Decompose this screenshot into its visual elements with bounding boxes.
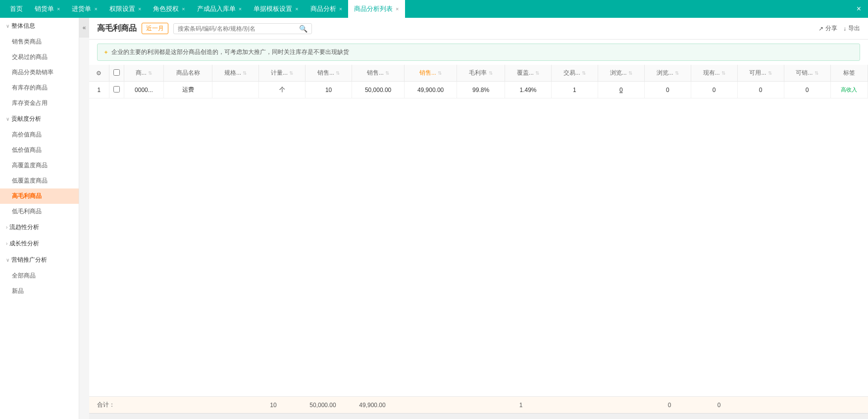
close-tab-sales[interactable]: × — [57, 6, 60, 12]
sidebar-group-contribution[interactable]: ∨ 贡献度分析 — [0, 111, 79, 127]
export-button[interactable]: ↓ 导出 — [843, 24, 860, 33]
close-tab-purchase[interactable]: × — [94, 6, 97, 12]
cell-browse1[interactable]: 0 — [598, 82, 644, 98]
page-title: 高毛利商品 — [97, 23, 137, 34]
sidebar: ∨ 整体信息 销售类商品 交易过的商品 商品分类助销率 有库存的商品 库存资金占… — [0, 18, 79, 419]
col-sellable[interactable]: 可销... ⇅ — [784, 65, 830, 82]
close-tab-template[interactable]: × — [295, 6, 298, 12]
sort-icon-current: ⇅ — [721, 70, 725, 76]
sort-icon-sales1: ⇅ — [336, 70, 340, 76]
share-button[interactable]: ↗ 分享 — [818, 24, 837, 33]
footer-label: 合计： — [97, 401, 115, 409]
sidebar-item-stock-capital[interactable]: 库存资金占用 — [0, 95, 79, 111]
sidebar-item-high-coverage[interactable]: 高覆盖度商品 — [0, 158, 79, 173]
tab-permission[interactable]: 权限设置 × — [103, 0, 147, 18]
close-tab-analysis[interactable]: × — [339, 6, 342, 12]
tab-sales[interactable]: 销货单 × — [29, 0, 66, 18]
cell-sales3: 49,900.00 — [405, 82, 457, 98]
filter-recent-month-button[interactable]: 近一月 — [142, 23, 168, 34]
chevron-down-icon: ∨ — [6, 23, 9, 29]
tab-analysis[interactable]: 商品分析 × — [305, 0, 348, 18]
col-checkbox — [109, 65, 124, 82]
settings-icon[interactable]: ⚙ — [96, 70, 102, 77]
sort-icon-browse2: ⇅ — [675, 70, 679, 76]
cell-margin: 99.8% — [457, 82, 505, 98]
sort-icon-sellable: ⇅ — [815, 70, 818, 76]
col-spec[interactable]: 规格... ⇅ — [212, 65, 259, 82]
sidebar-item-all-goods[interactable]: 全部商品 — [0, 268, 79, 283]
nav-close-all[interactable]: × — [854, 4, 864, 13]
col-browse2[interactable]: 浏览... ⇅ — [644, 65, 691, 82]
tip-banner: ✦ 企业的主要的利润都是这部分商品创造的，可考虑加大推广，同时关注库存是不要出现… — [97, 44, 860, 61]
col-code[interactable]: 商... ⇅ — [124, 65, 164, 82]
col-unit[interactable]: 计量... ⇅ — [259, 65, 306, 82]
tab-analysis-list[interactable]: 商品分析列表 × — [348, 0, 405, 18]
sidebar-group-marketing[interactable]: ∨ 营销推广分析 — [0, 252, 79, 268]
sort-icon-unit: ⇅ — [289, 70, 293, 76]
tip-icon: ✦ — [103, 49, 108, 56]
sidebar-item-low-margin[interactable]: 低毛利商品 — [0, 204, 79, 219]
search-icon[interactable]: 🔍 — [299, 25, 307, 33]
col-current[interactable]: 现有... ⇅ — [691, 65, 737, 82]
tab-product-in[interactable]: 产成品入库单 × — [191, 0, 248, 18]
col-tag[interactable]: 标签 — [830, 65, 868, 82]
footer-sales1: 10 — [254, 402, 293, 409]
sidebar-item-low-coverage[interactable]: 低覆盖度商品 — [0, 173, 79, 188]
sidebar-collapse-button[interactable]: « — [79, 18, 89, 38]
sidebar-item-sales-goods[interactable]: 销售类商品 — [0, 34, 79, 49]
cell-sales2: 50,000.00 — [352, 82, 405, 98]
sidebar-group-overview[interactable]: ∨ 整体信息 — [0, 18, 79, 34]
table-row: 1 0000... 运费 个 10 50,000.00 49,900.00 99… — [89, 82, 868, 98]
header-actions: ↗ 分享 ↓ 导出 — [818, 24, 860, 33]
col-available[interactable]: 可用... ⇅ — [737, 65, 784, 82]
close-tab-product-in[interactable]: × — [239, 6, 242, 12]
sidebar-group-trend[interactable]: › 流趋性分析 — [0, 219, 79, 235]
sidebar-item-high-value[interactable]: 高价值商品 — [0, 127, 79, 142]
main-layout: ∨ 整体信息 销售类商品 交易过的商品 商品分类助销率 有库存的商品 库存资金占… — [0, 18, 868, 419]
footer-current: 0 — [650, 402, 689, 409]
table-header-row: ⚙ 商... ⇅ 商品名称 — [89, 65, 868, 82]
horizontal-scrollbar[interactable] — [89, 413, 868, 419]
tab-purchase[interactable]: 进货单 × — [66, 0, 103, 18]
sort-icon-code: ⇅ — [148, 70, 152, 76]
sidebar-item-new-goods[interactable]: 新品 — [0, 283, 79, 299]
cell-name[interactable]: 运费 — [164, 82, 212, 98]
col-browse1[interactable]: 浏览... ⇅ — [598, 65, 644, 82]
row-checkbox[interactable] — [113, 86, 120, 93]
sort-icon-browse1: ⇅ — [628, 70, 632, 76]
tab-role[interactable]: 角色授权 × — [147, 0, 191, 18]
tab-home[interactable]: 首页 — [4, 0, 29, 18]
close-tab-permission[interactable]: × — [138, 6, 141, 12]
sidebar-item-high-margin[interactable]: 高毛利商品 — [0, 188, 79, 204]
col-seq: ⚙ — [89, 65, 109, 82]
col-sales2[interactable]: 销售... ⇅ — [352, 65, 405, 82]
cell-tag: 高收入 — [830, 82, 868, 98]
chevron-left-icon: « — [83, 24, 86, 31]
sort-icon-available: ⇅ — [768, 70, 772, 76]
col-coverage[interactable]: 覆盖... ⇅ — [505, 65, 552, 82]
col-name[interactable]: 商品名称 — [164, 65, 212, 82]
app-root: 首页 销货单 × 进货单 × 权限设置 × 角色授权 × 产成品入库单 × 单据… — [0, 0, 868, 419]
cell-code[interactable]: 0000... — [124, 82, 164, 98]
top-nav: 首页 销货单 × 进货单 × 权限设置 × 角色授权 × 产成品入库单 × 单据… — [0, 0, 868, 18]
sidebar-item-category-rate[interactable]: 商品分类助销率 — [0, 65, 79, 80]
search-input[interactable] — [178, 25, 297, 32]
cell-sellable: 0 — [784, 82, 830, 98]
col-sales1[interactable]: 销售... ⇅ — [306, 65, 352, 82]
sidebar-item-in-stock[interactable]: 有库存的商品 — [0, 80, 79, 95]
tab-template[interactable]: 单据模板设置 × — [248, 0, 304, 18]
cell-current: 0 — [691, 82, 737, 98]
col-sales3[interactable]: 销售... ⇅ — [405, 65, 457, 82]
search-box: 🔍 — [173, 23, 312, 34]
close-tab-role[interactable]: × — [182, 6, 185, 12]
sidebar-group-growth[interactable]: › 成长性分析 — [0, 235, 79, 252]
col-margin[interactable]: 毛利率 ⇅ — [457, 65, 505, 82]
close-tab-analysis-list[interactable]: × — [396, 6, 399, 12]
table-container: ⚙ 商... ⇅ 商品名称 — [89, 65, 868, 396]
export-icon: ↓ — [843, 25, 846, 32]
sidebar-item-low-value[interactable]: 低价值商品 — [0, 142, 79, 158]
sidebar-item-traded-goods[interactable]: 交易过的商品 — [0, 49, 79, 65]
select-all-checkbox[interactable] — [113, 69, 120, 76]
col-transaction[interactable]: 交易... ⇅ — [551, 65, 598, 82]
sort-icon-transaction: ⇅ — [582, 70, 586, 76]
